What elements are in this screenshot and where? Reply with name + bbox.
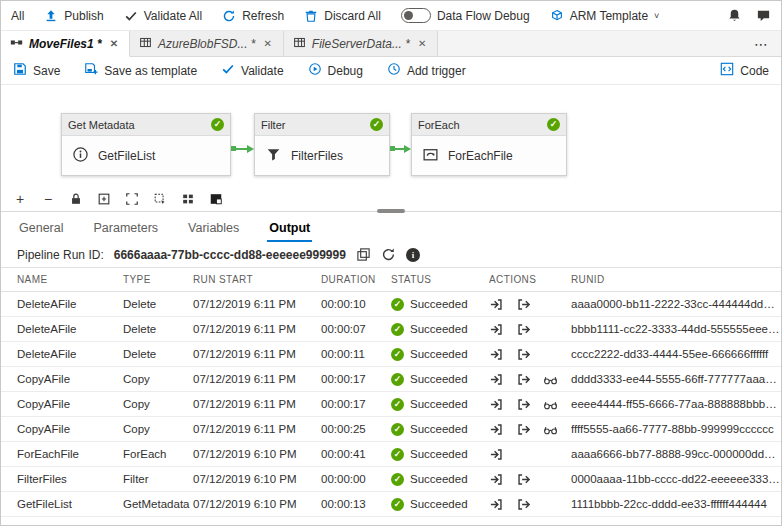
reset-zoom-icon[interactable] [93, 189, 115, 209]
validate-icon [221, 62, 235, 79]
activity-node-getmetadata[interactable]: Get Metadata ✓ GetFileList [61, 113, 231, 176]
validate-all-button[interactable]: Validate All [124, 9, 202, 23]
close-icon[interactable]: ✕ [108, 37, 120, 50]
table-row[interactable]: DeleteAFile Delete 07/12/2019 6:11 PM 00… [1, 317, 781, 342]
column-header-run-start[interactable]: RUN START [193, 274, 321, 285]
activity-type-cell: Copy [123, 423, 193, 435]
save-button[interactable]: Save [13, 62, 60, 79]
column-header-name[interactable]: NAME [17, 274, 123, 285]
tab-fileserverdata[interactable]: FileServerData... * ✕ [284, 31, 438, 56]
pipeline-canvas[interactable]: Get Metadata ✓ GetFileList Filter ✓ Filt… [1, 85, 781, 187]
feedback-chat-icon[interactable] [756, 8, 771, 23]
zoom-out-icon[interactable]: − [37, 189, 59, 209]
glasses-icon[interactable] [543, 422, 558, 437]
table-row[interactable]: ForEachFile ForEach 07/12/2019 6:10 PM 0… [1, 442, 781, 467]
column-header-type[interactable]: TYPE [123, 274, 193, 285]
multi-select-icon[interactable] [149, 189, 171, 209]
run-start-cell: 07/12/2019 6:11 PM [193, 423, 321, 435]
activity-type-cell: Delete [123, 348, 193, 360]
activity-node-foreach[interactable]: ForEach ✓ ForEachFile [411, 113, 567, 176]
succeeded-icon: ✓ [391, 323, 404, 336]
table-row[interactable]: GetFileList GetMetadata 07/12/2019 6:10 … [1, 492, 781, 517]
input-icon[interactable] [489, 372, 504, 387]
succeeded-icon: ✓ [391, 348, 404, 361]
zoom-to-fit-icon[interactable] [121, 189, 143, 209]
output-icon[interactable] [516, 472, 531, 487]
refresh-label: Refresh [242, 9, 284, 23]
run-start-cell: 07/12/2019 6:11 PM [193, 398, 321, 410]
input-icon[interactable] [489, 422, 504, 437]
output-icon[interactable] [516, 347, 531, 362]
output-icon[interactable] [516, 322, 531, 337]
tab-variables[interactable]: Variables [186, 221, 241, 242]
activity-name-cell: ForEachFile [17, 448, 123, 460]
output-icon[interactable] [516, 397, 531, 412]
tab-output[interactable]: Output [267, 221, 312, 242]
actions-cell [489, 422, 571, 437]
input-icon[interactable] [489, 497, 504, 512]
tab-azureblobfsd[interactable]: AzureBlobFSD... * ✕ [130, 31, 284, 56]
close-icon[interactable]: ✕ [416, 37, 428, 50]
input-icon[interactable] [489, 322, 504, 337]
panel-resize-handle[interactable] [377, 209, 405, 213]
activity-name-cell: DeleteAFile [17, 298, 123, 310]
validate-button[interactable]: Validate [221, 62, 283, 79]
input-icon[interactable] [489, 472, 504, 487]
output-icon[interactable] [516, 497, 531, 512]
input-icon[interactable] [489, 447, 504, 462]
input-icon[interactable] [489, 297, 504, 312]
tab-general[interactable]: General [17, 221, 65, 242]
panel-splitter [1, 211, 781, 217]
discard-all-button[interactable]: Discard All [304, 9, 381, 23]
panel-tab-bar: General Parameters Variables Output [1, 217, 781, 242]
refresh-output-icon[interactable] [381, 247, 396, 262]
tab-parameters[interactable]: Parameters [91, 221, 160, 242]
glasses-icon[interactable] [543, 372, 558, 387]
arm-template-dropdown[interactable]: ARM Template ˅ [550, 9, 660, 23]
refresh-button[interactable]: Refresh [222, 9, 284, 23]
zoom-in-icon[interactable]: + [9, 189, 31, 209]
add-trigger-icon [387, 62, 401, 79]
notifications-bell-icon[interactable] [727, 8, 742, 23]
column-header-runid[interactable]: RUNID [571, 274, 781, 285]
table-row[interactable]: DeleteAFile Delete 07/12/2019 6:11 PM 00… [1, 292, 781, 317]
arm-template-label: ARM Template [570, 9, 648, 23]
output-icon[interactable] [516, 372, 531, 387]
add-trigger-button[interactable]: Add trigger [387, 62, 466, 79]
table-row[interactable]: CopyAFile Copy 07/12/2019 6:11 PM 00:00:… [1, 367, 781, 392]
auto-align-icon[interactable] [177, 189, 199, 209]
column-header-actions[interactable]: ACTIONS [489, 274, 571, 285]
all-dropdown[interactable]: All [11, 9, 24, 23]
save-as-template-button[interactable]: Save as template [84, 62, 197, 79]
input-icon[interactable] [489, 397, 504, 412]
output-icon[interactable] [516, 422, 531, 437]
column-header-status[interactable]: STATUS [391, 274, 489, 285]
glasses-icon[interactable] [543, 397, 558, 412]
status-label: Succeeded [410, 423, 468, 435]
activity-name-cell: GetFileList [17, 498, 123, 510]
tab-movefiles1[interactable]: MoveFiles1 * ✕ [1, 31, 130, 57]
lock-icon[interactable] [65, 189, 87, 209]
input-icon[interactable] [489, 347, 504, 362]
publish-button[interactable]: Publish [44, 9, 103, 23]
output-icon[interactable] [516, 297, 531, 312]
table-row[interactable]: CopyAFile Copy 07/12/2019 6:11 PM 00:00:… [1, 417, 781, 442]
column-header-duration[interactable]: DURATION [321, 274, 391, 285]
duration-cell: 00:00:11 [321, 348, 391, 360]
data-flow-debug-toggle[interactable] [401, 8, 431, 23]
actions-cell [489, 397, 571, 412]
minimap-toggle-icon[interactable] [205, 189, 227, 209]
runid-cell: aaaa0000-bb11-2222-33cc-444444dddddd [571, 298, 781, 310]
info-icon[interactable]: i [406, 248, 420, 262]
more-tabs-button[interactable]: ⋯ [742, 31, 781, 56]
code-button[interactable]: Code [720, 62, 769, 79]
table-row[interactable]: CopyAFile Copy 07/12/2019 6:11 PM 00:00:… [1, 392, 781, 417]
connector [390, 144, 411, 153]
activity-node-filter[interactable]: Filter ✓ FilterFiles [254, 113, 390, 176]
copy-run-id-icon[interactable] [356, 247, 371, 262]
debug-button[interactable]: Debug [308, 62, 363, 79]
table-row[interactable]: DeleteAFile Delete 07/12/2019 6:11 PM 00… [1, 342, 781, 367]
close-icon[interactable]: ✕ [261, 37, 273, 50]
table-row[interactable]: FilterFiles Filter 07/12/2019 6:10 PM 00… [1, 467, 781, 492]
activity-type-cell: Delete [123, 298, 193, 310]
